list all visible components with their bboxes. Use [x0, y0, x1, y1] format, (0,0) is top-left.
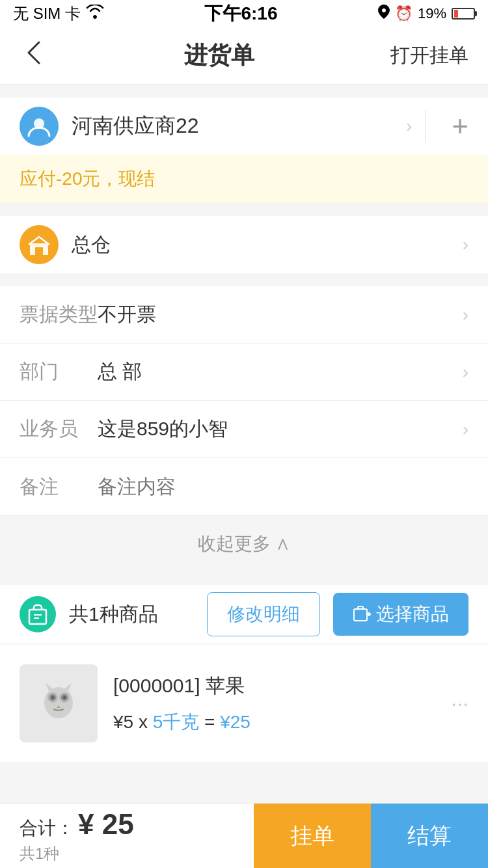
carrier-label: 无 SIM 卡: [13, 3, 81, 24]
svg-rect-3: [29, 610, 46, 624]
edit-detail-button[interactable]: 修改明细: [207, 592, 320, 636]
collapse-label: 收起更多 ∧: [198, 534, 291, 554]
supplier-row[interactable]: 河南供应商22 › +: [0, 98, 488, 155]
wifi-icon: [86, 5, 104, 23]
warehouse-icon: [20, 225, 59, 264]
notice-text: 应付-20元，现结: [20, 169, 155, 189]
add-supplier-button[interactable]: +: [452, 110, 468, 142]
checkout-button[interactable]: 结算: [371, 804, 488, 869]
nav-bar: 进货单 打开挂单: [0, 27, 488, 85]
product-icon: [20, 596, 56, 632]
main-content: 河南供应商22 › + 应付-20元，现结 总仓 › 票据类型: [0, 98, 488, 827]
svg-rect-2: [35, 247, 43, 255]
supplier-avatar: [20, 107, 59, 146]
supplier-name: 河南供应商22: [72, 112, 400, 141]
total-area: 合计： ¥ 25 共1种: [0, 808, 254, 864]
svg-point-15: [63, 696, 66, 699]
svg-point-9: [44, 687, 73, 718]
department-label: 部门: [20, 359, 98, 385]
warehouse-name: 总仓: [72, 232, 456, 258]
collapse-bar[interactable]: 收起更多 ∧: [0, 515, 488, 572]
department-row[interactable]: 部门 总 部 ›: [0, 344, 488, 401]
supplier-section: 河南供应商22 › + 应付-20元，现结: [0, 98, 488, 203]
department-value: 总 部: [98, 359, 456, 385]
product-title: 苹果: [206, 675, 245, 696]
remark-row[interactable]: 备注: [0, 458, 488, 515]
svg-rect-6: [354, 609, 367, 621]
vertical-divider: [425, 110, 426, 142]
warehouse-section: 总仓 ›: [0, 216, 488, 273]
warehouse-row[interactable]: 总仓 ›: [0, 216, 488, 273]
product-quantity: 5千克: [153, 712, 200, 732]
invoice-type-value: 不开票: [98, 301, 456, 328]
salesperson-value: 这是859的小智: [98, 416, 456, 442]
total-label: 合计：: [20, 816, 74, 841]
invoice-type-label: 票据类型: [20, 301, 98, 328]
warehouse-chevron: ›: [463, 234, 468, 255]
products-header: 共1种商品 修改明细 选择商品: [0, 585, 488, 644]
product-thumb-icon: [36, 678, 81, 729]
total-count: 共1种: [20, 843, 234, 864]
product-more-button[interactable]: ···: [451, 692, 468, 716]
alarm-icon: ⏰: [395, 5, 413, 22]
back-button[interactable]: [20, 33, 48, 78]
status-right: ⏰ 19%: [378, 5, 475, 23]
select-product-button[interactable]: 选择商品: [333, 593, 468, 636]
remark-label: 备注: [20, 474, 98, 500]
status-bar: 无 SIM 卡 下午6:16 ⏰ 19%: [0, 0, 488, 27]
department-chevron: ›: [463, 362, 468, 383]
total-amount: ¥ 25: [78, 808, 134, 841]
invoice-type-row[interactable]: 票据类型 不开票 ›: [0, 286, 488, 344]
battery-percent: 19%: [418, 5, 446, 22]
status-left: 无 SIM 卡: [13, 3, 104, 24]
bottom-bar: 合计： ¥ 25 共1种 挂单 结算: [0, 803, 488, 868]
product-equals: =: [204, 712, 220, 732]
invoice-type-chevron: ›: [463, 305, 468, 325]
supplier-chevron: ›: [406, 116, 412, 137]
hang-button[interactable]: 挂单: [254, 804, 371, 869]
status-time: 下午6:16: [204, 1, 277, 26]
product-info: [0000001] 苹果 ¥5 x 5千克 = ¥25: [113, 673, 435, 735]
product-item: [0000001] 苹果 ¥5 x 5千克 = ¥25 ···: [0, 645, 488, 762]
location-icon: [378, 5, 390, 23]
product-code: [0000001]: [113, 675, 206, 696]
open-hang-button[interactable]: 打开挂单: [390, 42, 468, 69]
product-count-text: 共1种商品: [69, 601, 194, 628]
product-thumbnail: [20, 664, 98, 742]
page-title: 进货单: [184, 40, 254, 72]
svg-point-14: [51, 696, 54, 699]
select-product-label: 选择商品: [376, 602, 449, 627]
remark-input[interactable]: [98, 476, 468, 498]
product-name: [0000001] 苹果: [113, 673, 435, 699]
form-section: 票据类型 不开票 › 部门 总 部 › 业务员 这是859的小智 › 备注: [0, 286, 488, 515]
salesperson-row[interactable]: 业务员 这是859的小智 ›: [0, 401, 488, 458]
battery-icon: [452, 8, 475, 20]
salesperson-chevron: ›: [463, 419, 468, 440]
product-subtotal: ¥25: [220, 712, 251, 732]
salesperson-label: 业务员: [20, 416, 98, 442]
product-unit-price: ¥5 x: [113, 712, 153, 732]
notice-bar: 应付-20元，现结: [0, 155, 488, 203]
product-price-row: ¥5 x 5千克 = ¥25: [113, 710, 435, 735]
